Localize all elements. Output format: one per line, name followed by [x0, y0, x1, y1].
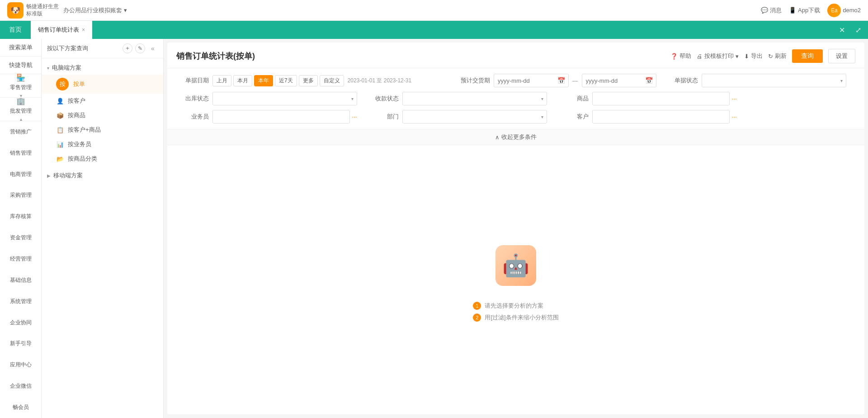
sidebar-item-basic[interactable]: 基础信息	[0, 270, 41, 291]
top-bar-right: 💬 消息 📱 App下载 Ea demo2	[761, 4, 861, 17]
ship-status-select[interactable]	[212, 92, 357, 105]
pc-section-header[interactable]: ▾ 电脑端方案	[42, 61, 163, 75]
tree-item-by-category[interactable]: 📂 按商品分类	[42, 152, 163, 166]
expected-date-start[interactable]	[494, 74, 569, 87]
salesman-input[interactable]	[212, 110, 350, 124]
payment-status-select-wrap: ▾	[402, 92, 547, 105]
doc-status-select[interactable]	[702, 74, 846, 87]
tree-item-by-cust-prod[interactable]: 📋 按客户+商品	[42, 123, 163, 137]
sidebar-item-apps[interactable]: 应用中心	[0, 354, 41, 375]
logo-icon: 🐶	[7, 2, 24, 19]
sidebar-item-wholesale[interactable]: 🏢 批发管理 ▴	[0, 98, 41, 121]
product-ellipsis-btn[interactable]: ···	[731, 95, 737, 102]
date-btn-last-month[interactable]: 上月	[212, 75, 231, 86]
edit-scheme-btn[interactable]: ✎	[135, 43, 145, 53]
sidebar: 搜索菜单 快捷导航 🏪 零售管理 ▾ 🏢 批发管理 ▴ 营销推广 销售管理 电商…	[0, 39, 42, 418]
expected-date-end-wrap: 📅	[582, 74, 657, 87]
product-input[interactable]	[592, 92, 730, 105]
mobile-section-title: 移动端方案	[53, 171, 83, 180]
date-range-text: 2023-01-01 至 2023-12-31	[348, 77, 411, 85]
salesman-icon: 📊	[56, 140, 64, 148]
sidebar-item-inventory[interactable]: 库存核算	[0, 206, 41, 227]
message-action[interactable]: 💬 消息	[761, 6, 782, 14]
customer-icon: 👤	[56, 97, 64, 105]
tree-item-by-salesman[interactable]: 📊 按业务员	[42, 137, 163, 152]
dept-select[interactable]	[402, 110, 547, 124]
main-layout: 搜索菜单 快捷导航 🏪 零售管理 ▾ 🏢 批发管理 ▴ 营销推广 销售管理 电商…	[0, 39, 868, 418]
window-close-btn[interactable]: ✕	[835, 24, 848, 36]
collapse-bar[interactable]: ∧ 收起更多条件	[167, 129, 864, 145]
product-label: 商品	[556, 95, 592, 103]
empty-robot-icon: 🤖	[495, 245, 536, 286]
retail-icon: 🏪	[16, 73, 25, 82]
sidebar-item-wechat[interactable]: 企业微信	[0, 375, 41, 397]
tab-active[interactable]: 销售订单统计表 ×	[31, 21, 92, 39]
sidebar-item-operations[interactable]: 经营管理	[0, 248, 41, 270]
tab-close-icon[interactable]: ×	[82, 27, 85, 33]
sidebar-item-newbie[interactable]: 新手引导	[0, 333, 41, 355]
collapse-icon: «	[151, 45, 155, 52]
tab-bar-actions: ✕ ⤢	[835, 24, 868, 36]
tree-item-by-customer[interactable]: 👤 按客户	[42, 94, 163, 108]
query-btn[interactable]: 查询	[792, 49, 823, 63]
sidebar-item-member[interactable]: 畅会员	[0, 397, 41, 418]
ship-status-label: 出库状态	[176, 95, 212, 103]
print-dropdown-icon: ▾	[736, 53, 739, 60]
top-bar-left: 🐶 畅捷通好生意 标准版 办公用品行业模拟账套 ▾	[7, 2, 127, 19]
settings-btn[interactable]: 设置	[828, 49, 855, 63]
date-btn-more[interactable]: 更多	[299, 75, 318, 86]
sidebar-item-sales[interactable]: 销售管理	[0, 142, 41, 164]
breadcrumb[interactable]: 办公用品行业模拟账套 ▾	[63, 6, 127, 14]
collapse-panel-btn[interactable]: «	[148, 43, 158, 53]
active-dot-icon: 按	[56, 78, 69, 90]
sidebar-item-ecommerce[interactable]: 电商管理	[0, 164, 41, 185]
hint-num-2: 2	[473, 314, 481, 322]
customer-ellipsis-btn[interactable]: ···	[731, 113, 737, 120]
sidebar-quick-nav[interactable]: 快捷导航	[0, 57, 41, 74]
empty-state: 🤖 1 请先选择要分析的方案 2 用[过滤]条件来缩小分析范围	[167, 145, 864, 414]
breadcrumb-text: 办公用品行业模拟账套	[63, 6, 122, 14]
date-btn-7days[interactable]: 近7天	[275, 75, 297, 86]
page-actions: ❓ 帮助 🖨 按模板打印 ▾ ⬇ 导出 ↻ 刷新	[670, 49, 855, 63]
date-btn-custom[interactable]: 自定义	[320, 75, 344, 86]
tab-home[interactable]: 首页	[0, 21, 31, 39]
print-btn[interactable]: 🖨 按模板打印 ▾	[697, 52, 739, 60]
export-btn[interactable]: ⬇ 导出	[744, 52, 763, 60]
app-download-action[interactable]: 📱 App下载	[789, 6, 820, 14]
sidebar-item-enterprise[interactable]: 企业协同	[0, 312, 41, 333]
date-btn-this-month[interactable]: 本月	[233, 75, 252, 86]
date-quick-btns: 上月 本月 本年 近7天 更多 自定义 2023-01-01 至 2023-12…	[212, 75, 411, 86]
tree-item-by-product[interactable]: 📦 按商品	[42, 108, 163, 123]
sidebar-item-marketing[interactable]: 营销推广	[0, 121, 41, 142]
left-panel: 按以下方案查询 + ✎ « ▾ 电脑端方案	[42, 39, 164, 418]
mobile-section-arrow: ▶	[47, 173, 51, 178]
filter-row-1: 单据日期 上月 本月 本年 近7天 更多 自定义 2023-01-01 至 20…	[176, 74, 855, 87]
help-btn[interactable]: ❓ 帮助	[670, 52, 691, 60]
dept-select-wrap: ▾	[402, 110, 547, 124]
sidebar-search-menu[interactable]: 搜索菜单	[0, 39, 41, 57]
payment-status-select[interactable]	[402, 92, 547, 105]
help-icon: ❓	[670, 53, 678, 60]
salesman-ellipsis-btn[interactable]: ···	[352, 113, 357, 120]
add-scheme-btn[interactable]: +	[123, 43, 132, 53]
mobile-section-header[interactable]: ▶ 移动端方案	[42, 169, 163, 182]
sidebar-item-system[interactable]: 系统管理	[0, 291, 41, 312]
product-icon: 📦	[56, 111, 64, 119]
window-maximize-btn[interactable]: ⤢	[852, 24, 864, 36]
empty-illustration: 🤖	[489, 238, 543, 293]
breadcrumb-dropdown-icon[interactable]: ▾	[124, 7, 127, 14]
date-btn-this-year[interactable]: 本年	[254, 75, 273, 86]
expected-date-label: 预计交货期	[453, 76, 494, 85]
customer-input[interactable]	[592, 110, 730, 124]
page-title: 销售订单统计表(按单)	[176, 51, 255, 62]
sidebar-item-finance[interactable]: 资金管理	[0, 227, 41, 248]
sidebar-item-retail[interactable]: 🏪 零售管理 ▾	[0, 74, 41, 98]
expected-date-end[interactable]	[582, 74, 657, 87]
edit-icon: ✎	[138, 45, 142, 52]
ship-status-select-wrap: ▾	[212, 92, 357, 105]
sidebar-item-purchase[interactable]: 采购管理	[0, 185, 41, 206]
refresh-btn[interactable]: ↻ 刷新	[768, 52, 787, 60]
user-area[interactable]: Ea demo2	[827, 4, 861, 17]
salesman-label: 业务员	[176, 113, 212, 121]
tree-item-by-order[interactable]: 按 按单	[42, 75, 163, 94]
